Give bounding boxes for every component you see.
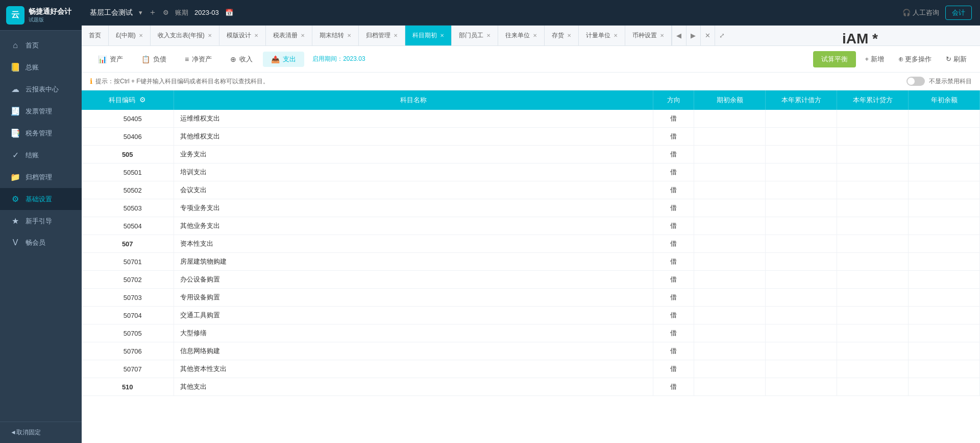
filter-tab-净资产[interactable]: ≡净资产 bbox=[177, 52, 220, 67]
tab-----[interactable]: 归档管理✕ bbox=[359, 26, 405, 46]
tab-----[interactable]: 模版设计✕ bbox=[219, 26, 266, 46]
tab-close-7[interactable]: ✕ bbox=[440, 33, 444, 38]
cell-code: 50705 bbox=[82, 324, 174, 342]
tab-close-5[interactable]: ✕ bbox=[347, 33, 351, 38]
topbar-calendar-icon[interactable]: 📅 bbox=[225, 9, 233, 16]
filter-tab-资产[interactable]: 📊资产 bbox=[90, 52, 131, 67]
topbar: 基层工会测试 ▾ ＋ ⚙ 账期 2023-03 📅 🎧 人工咨询 会计 bbox=[82, 0, 980, 26]
cell-bal bbox=[694, 181, 766, 199]
tab-close-1[interactable]: ✕ bbox=[139, 33, 143, 38]
table-row[interactable]: 50705大型修缮借 bbox=[82, 324, 980, 342]
tab-----[interactable]: 币种设置✕ bbox=[625, 26, 672, 46]
cell-dir: 借 bbox=[653, 307, 694, 324]
tab-close-10[interactable]: ✕ bbox=[567, 33, 571, 38]
tab-----[interactable]: 计量单位✕ bbox=[579, 26, 625, 46]
cell-code: 507 bbox=[82, 235, 174, 253]
cell-bal bbox=[694, 271, 766, 289]
tab-expand[interactable]: ⤢ bbox=[715, 26, 729, 46]
filter-tab-负债[interactable]: 📋负债 bbox=[133, 52, 175, 67]
sidebar-item-云报表中心[interactable]: ☁云报表中心 bbox=[0, 78, 82, 100]
tab-scroll-right[interactable]: ▶ bbox=[686, 26, 700, 46]
balance-button[interactable]: 试算平衡 bbox=[813, 51, 856, 67]
tab-close-3[interactable]: ✕ bbox=[254, 33, 258, 38]
table-row[interactable]: 50504其他业务支出借 bbox=[82, 217, 980, 235]
sidebar-label-3: 发票管理 bbox=[26, 107, 52, 116]
table-row[interactable]: 50502会议支出借 bbox=[82, 181, 980, 199]
table-scroll[interactable]: 科目编码 ⚙科目名称方向期初余额本年累计借方本年累计贷方年初余额 50405运维… bbox=[82, 90, 980, 443]
tab-----[interactable]: 科目期初✕ bbox=[405, 26, 452, 46]
tab-----[interactable]: 部门员工✕ bbox=[452, 26, 498, 46]
table-row[interactable]: 50706信息网络购建借 bbox=[82, 342, 980, 360]
cell-name: 办公设备购置 bbox=[174, 271, 653, 289]
tab-close-4[interactable]: ✕ bbox=[301, 33, 305, 38]
refresh-button[interactable]: ↻ 刷新 bbox=[941, 52, 972, 67]
table-row[interactable]: 50704交通工具购置借 bbox=[82, 307, 980, 324]
sidebar-item-归档管理[interactable]: 📁归档管理 bbox=[0, 166, 82, 188]
table-row[interactable]: 50503专项业务支出借 bbox=[82, 199, 980, 217]
cell-yrbal bbox=[909, 199, 980, 217]
tab-close-2[interactable]: ✕ bbox=[208, 33, 212, 38]
table-row[interactable]: 50406其他维权支出借 bbox=[82, 128, 980, 146]
tab-scroll-left[interactable]: ◀ bbox=[672, 26, 686, 46]
sidebar-item-基础设置[interactable]: ⚙基础设置 bbox=[0, 188, 82, 210]
tab-----[interactable]: 期末结转✕ bbox=[312, 26, 359, 46]
topbar-add-btn[interactable]: ＋ bbox=[149, 7, 157, 18]
sidebar-label-4: 税务管理 bbox=[26, 129, 52, 138]
tab---[interactable]: 首页 bbox=[82, 26, 109, 46]
tab-label-7: 科目期初 bbox=[412, 31, 437, 40]
add-button[interactable]: + 新增 bbox=[860, 52, 889, 67]
table-row[interactable]: 510其他支出借 bbox=[82, 378, 980, 396]
tab-close-11[interactable]: ✕ bbox=[614, 33, 618, 38]
table-row[interactable]: 50707其他资本性支出借 bbox=[82, 360, 980, 378]
app-name: 畅捷通好会计 bbox=[29, 7, 71, 16]
filter-tab-支出[interactable]: 📤支出 bbox=[263, 52, 304, 67]
sidebar-label-8: 新手引导 bbox=[26, 217, 52, 226]
sidebar-item-税务管理[interactable]: 📑税务管理 bbox=[0, 122, 82, 144]
tab-close-8[interactable]: ✕ bbox=[486, 33, 491, 38]
cell-name: 运维维权支出 bbox=[174, 110, 653, 128]
tab-label-6: 归档管理 bbox=[366, 31, 390, 40]
tab-----[interactable]: 税表清册✕ bbox=[266, 26, 312, 46]
table-row[interactable]: 507资本性支出借 bbox=[82, 235, 980, 253]
cell-yrbal bbox=[909, 164, 980, 181]
notice-right: 不显示禁用科目 bbox=[906, 77, 972, 86]
sidebar-item-结账[interactable]: ✓结账 bbox=[0, 144, 82, 166]
cell-code: 50706 bbox=[82, 342, 174, 360]
table-row[interactable]: 50702办公设备购置借 bbox=[82, 271, 980, 289]
filter-tab-icon-1: 📋 bbox=[141, 55, 150, 63]
sidebar-item-发票管理[interactable]: 🧾发票管理 bbox=[0, 100, 82, 122]
table-row[interactable]: 50701房屋建筑物购建借 bbox=[82, 253, 980, 271]
table-row[interactable]: 50405运维维权支出借 bbox=[82, 110, 980, 128]
tab-label-2: 收入支出表(年报) bbox=[158, 31, 205, 40]
iam-star-label: iAM * bbox=[842, 31, 878, 47]
col-settings-icon[interactable]: ⚙ bbox=[139, 96, 146, 104]
topbar-settings-icon[interactable]: ⚙ bbox=[163, 9, 169, 16]
tab-close-all[interactable]: ✕ bbox=[700, 26, 715, 46]
tab-close-9[interactable]: ✕ bbox=[533, 33, 537, 38]
table-row[interactable]: 50703专用设备购置借 bbox=[82, 289, 980, 307]
tab-close-6[interactable]: ✕ bbox=[394, 33, 398, 38]
topbar-dropdown-icon[interactable]: ▾ bbox=[139, 9, 142, 16]
tab-label-1: £(中期) bbox=[116, 31, 136, 40]
cell-debit bbox=[766, 128, 837, 146]
filter-tab-收入[interactable]: ⊕收入 bbox=[222, 52, 261, 67]
toggle-disabled-subjects[interactable] bbox=[906, 77, 925, 86]
sidebar-item-首页[interactable]: ⌂首页 bbox=[0, 35, 82, 56]
tab------[interactable]: £(中期)✕ bbox=[109, 26, 151, 46]
topbar-user-button[interactable]: 会计 bbox=[945, 6, 972, 20]
tab-----[interactable]: 往来单位✕ bbox=[498, 26, 545, 46]
sidebar-item-总账[interactable]: 📒总账 bbox=[0, 56, 82, 78]
table-row[interactable]: 50501培训支出借 bbox=[82, 164, 980, 181]
tab---[interactable]: 存货✕ bbox=[545, 26, 579, 46]
sidebar-item-新手引导[interactable]: ★新手引导 bbox=[0, 210, 82, 232]
table-row[interactable]: 505业务支出借 bbox=[82, 146, 980, 164]
tab----------[interactable]: 收入支出表(年报)✕ bbox=[151, 26, 219, 46]
sidebar-nav: ⌂首页📒总账☁云报表中心🧾发票管理📑税务管理✓结账📁归档管理⚙基础设置★新手引导… bbox=[0, 31, 82, 422]
sidebar-pin-toggle[interactable]: ◄取消固定 bbox=[0, 422, 82, 443]
more-button[interactable]: ⊕ 更多操作 bbox=[893, 52, 937, 67]
tab-close-12[interactable]: ✕ bbox=[660, 33, 664, 38]
sidebar-item-畅会员[interactable]: V畅会员 bbox=[0, 232, 82, 253]
topbar-help-btn[interactable]: 🎧 人工咨询 bbox=[902, 8, 939, 17]
cell-code: 50406 bbox=[82, 128, 174, 146]
cell-name: 信息网络购建 bbox=[174, 342, 653, 360]
